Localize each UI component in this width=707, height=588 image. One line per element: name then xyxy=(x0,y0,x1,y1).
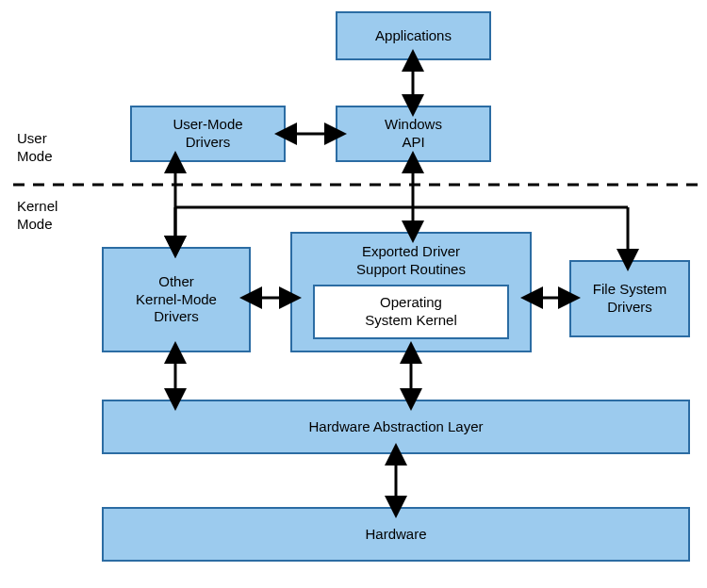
box-hardware-text: Hardware xyxy=(365,526,426,544)
box-hal: Hardware Abstraction Layer xyxy=(102,400,690,454)
box-user-mode-drivers-text: User-ModeDrivers xyxy=(173,116,242,152)
box-other-kernel-drivers-text: OtherKernel-ModeDrivers xyxy=(136,273,217,326)
box-windows-api: WindowsAPI xyxy=(336,106,491,162)
box-file-system-drivers-text: File SystemDrivers xyxy=(593,281,666,317)
label-kernel-mode: KernelMode xyxy=(17,198,58,234)
box-other-kernel-drivers: OtherKernel-ModeDrivers xyxy=(102,247,251,352)
box-os-kernel-text: OperatingSystem Kernel xyxy=(365,294,457,330)
box-hal-text: Hardware Abstraction Layer xyxy=(308,418,483,436)
box-hardware: Hardware xyxy=(102,507,690,562)
box-exported-routines-text: Exported DriverSupport Routines xyxy=(298,243,524,279)
box-applications-text: Applications xyxy=(375,27,452,45)
box-file-system-drivers: File SystemDrivers xyxy=(569,260,690,337)
box-os-kernel: OperatingSystem Kernel xyxy=(313,285,509,339)
box-user-mode-drivers: User-ModeDrivers xyxy=(130,106,286,162)
label-user-mode-text: UserMode xyxy=(17,130,53,164)
label-kernel-mode-text: KernelMode xyxy=(17,198,58,232)
box-applications: Applications xyxy=(336,11,491,60)
label-user-mode: UserMode xyxy=(17,130,53,166)
box-windows-api-text: WindowsAPI xyxy=(385,116,442,152)
diagram-canvas: UserMode KernelMode Applications User-Mo… xyxy=(0,0,707,588)
